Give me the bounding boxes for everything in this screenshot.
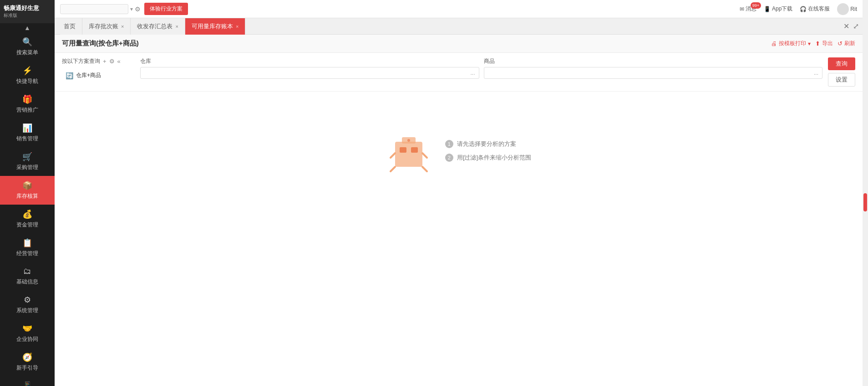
empty-tips: 1 请先选择要分析的方案 2 用[过滤]条件来缩小分析范围 xyxy=(445,140,531,162)
sidebar-item-search[interactable]: 🔍 搜索菜单 xyxy=(0,32,55,61)
brand-version: 标准版 xyxy=(4,12,17,19)
print-label: 按模板打印 xyxy=(779,40,806,47)
filter-actions: 查询 设置 xyxy=(828,57,855,87)
brand-name: 畅康通好生意 xyxy=(4,5,39,12)
tab-receivable-summary[interactable]: 收发存汇总表× xyxy=(131,18,185,35)
sidebar-label-basic: 基础信息 xyxy=(16,278,38,286)
app-download-label: App下载 xyxy=(772,5,792,13)
scheme-warehouse-product[interactable]: 🔄 仓库+商品 xyxy=(62,69,135,82)
tab-close-receivable-summary[interactable]: × xyxy=(175,24,178,29)
empty-state: 1 请先选择要分析的方案 2 用[过滤]条件来缩小分析范围 xyxy=(55,92,863,210)
sidebar-icon-enterprise: 🤝 xyxy=(22,324,32,334)
online-service-label: 在线客服 xyxy=(808,5,830,13)
refresh-action[interactable]: ↺ 刷新 xyxy=(838,40,855,47)
user-area[interactable]: Rit xyxy=(837,3,857,15)
industry-btn[interactable]: 体验行业方案 xyxy=(144,3,188,15)
empty-illustration xyxy=(386,128,431,174)
sidebar-label-search: 搜索菜单 xyxy=(16,49,38,57)
tab-batch-account[interactable]: 库存批次账× xyxy=(82,18,131,35)
sidebar-icon-finance: 💰 xyxy=(22,209,32,219)
tab-close-available-ledger[interactable]: × xyxy=(236,24,239,29)
svg-line-4 xyxy=(391,153,395,158)
message-icon: ✉ xyxy=(740,6,744,12)
right-scrollbar[interactable] xyxy=(863,0,868,386)
scheme-settings-btn[interactable]: ⚙ xyxy=(109,58,115,65)
app-download-item[interactable]: 📱 App下载 xyxy=(764,5,792,13)
sidebar-item-app-center[interactable]: 📱 应用中心 xyxy=(0,376,55,386)
print-icon: 🖨 xyxy=(771,40,777,47)
sidebar-icon-operations: 📋 xyxy=(22,238,32,248)
warehouse-input[interactable]: ... xyxy=(140,67,479,79)
schemes-label: 按以下方案查询 xyxy=(62,57,100,65)
sidebar-icon-inventory: 📦 xyxy=(22,180,32,190)
query-button[interactable]: 查询 xyxy=(828,57,855,70)
sidebar-item-operations[interactable]: 📋 经营管理 xyxy=(0,233,55,262)
scrollbar-thumb xyxy=(863,193,867,211)
dropdown-icon[interactable]: ▾ xyxy=(130,6,133,12)
tab-home[interactable]: 首页 xyxy=(60,18,82,35)
page-header: 可用量查询(按仓库+商品) 🖨 按模板打印 ▾ ⬆ 导出 ↺ 刷新 xyxy=(55,35,863,53)
tab-label-available-ledger: 可用量库存账本 xyxy=(192,22,233,31)
tip-num-2: 2 xyxy=(445,154,453,162)
product-dots[interactable]: ... xyxy=(814,70,818,76)
avatar xyxy=(837,3,849,15)
svg-rect-1 xyxy=(397,144,420,165)
sidebar-item-basic[interactable]: 🗂 基础信息 xyxy=(0,262,55,290)
product-input[interactable]: ... xyxy=(484,67,823,79)
sidebar-item-inventory[interactable]: 📦 库存核算 xyxy=(0,176,55,205)
topbar-settings-icon[interactable]: ⚙ xyxy=(135,5,141,13)
sidebar-scroll-up[interactable]: ▲ xyxy=(0,23,55,32)
tab-available-ledger[interactable]: 可用量库存账本× xyxy=(185,18,245,35)
tip-text-1: 请先选择要分析的方案 xyxy=(457,140,516,148)
filter-area: 按以下方案查询 + ⚙ « 🔄 仓库+商品 仓库 ... xyxy=(55,53,863,92)
svg-line-8 xyxy=(391,167,395,171)
topbar-right: ✉ 消息 99+ 📱 App下载 🎧 在线客服 Rit xyxy=(740,3,857,15)
tabs-right-controls: ✕ ⤢ xyxy=(843,22,863,31)
online-service-item[interactable]: 🎧 在线客服 xyxy=(800,5,830,13)
print-action[interactable]: 🖨 按模板打印 ▾ xyxy=(771,40,811,47)
empty-tip-1: 1 请先选择要分析的方案 xyxy=(445,140,531,148)
tab-label-receivable-summary: 收发存汇总表 xyxy=(137,22,173,31)
page-content: 可用量查询(按仓库+商品) 🖨 按模板打印 ▾ ⬆ 导出 ↺ 刷新 xyxy=(55,35,863,386)
filter-fields: 仓库 ... 商品 ... xyxy=(140,57,822,79)
sidebar-item-guide[interactable]: 🧭 新手引导 xyxy=(0,348,55,376)
tab-close-btn[interactable]: ✕ xyxy=(843,22,849,31)
sidebar-item-quick-nav[interactable]: ⚡ 快捷导航 xyxy=(0,61,55,90)
collapse-btn[interactable]: « xyxy=(117,58,121,65)
sidebar-item-marketing[interactable]: 🎁 营销推广 xyxy=(0,90,55,118)
empty-state-body: 1 请先选择要分析的方案 2 用[过滤]条件来缩小分析范围 xyxy=(386,128,531,174)
filter-settings-button[interactable]: 设置 xyxy=(828,73,855,87)
scheme-label-warehouse-product: 仓库+商品 xyxy=(76,72,101,79)
tab-label-batch-account: 库存批次账 xyxy=(89,22,118,31)
warehouse-dots[interactable]: ... xyxy=(470,70,475,76)
export-action[interactable]: ⬆ 导出 xyxy=(815,40,833,47)
tab-close-batch-account[interactable]: × xyxy=(121,24,124,29)
topbar: ▾ ⚙ 体验行业方案 ✉ 消息 99+ 📱 App下载 🎧 在线客服 Rit xyxy=(55,0,863,18)
product-field: 商品 ... xyxy=(484,57,823,79)
sidebar-item-system[interactable]: ⚙ 系统管理 xyxy=(0,290,55,319)
sidebar-icon-search: 🔍 xyxy=(22,37,32,47)
sidebar-label-inventory: 库存核算 xyxy=(16,192,38,200)
app-download-icon: 📱 xyxy=(764,6,771,12)
sidebar: 畅康通好生意 标准版 ▲ 🔍 搜索菜单 ⚡ 快捷导航 🎁 营销推广 📊 销售管理… xyxy=(0,0,55,386)
sidebar-icon-sales: 📊 xyxy=(22,123,32,133)
refresh-icon: ↺ xyxy=(838,40,843,47)
search-input[interactable] xyxy=(60,4,128,14)
sidebar-label-enterprise: 企业协同 xyxy=(16,335,38,343)
sidebar-label-operations: 经营管理 xyxy=(16,250,38,257)
sidebar-header: 畅康通好生意 标准版 xyxy=(0,0,55,23)
message-item[interactable]: ✉ 消息 99+ xyxy=(740,5,756,13)
export-label: 导出 xyxy=(822,40,833,47)
tip-num-1: 1 xyxy=(445,140,453,148)
add-scheme-btn[interactable]: + xyxy=(103,58,107,65)
sidebar-item-purchase[interactable]: 🛒 采购管理 xyxy=(0,147,55,176)
sidebar-icon-app-center: 📱 xyxy=(22,381,32,386)
refresh-label: 刷新 xyxy=(844,40,855,47)
tab-maximize-btn[interactable]: ⤢ xyxy=(853,22,859,31)
filter-schemes-panel: 按以下方案查询 + ⚙ « 🔄 仓库+商品 xyxy=(62,57,135,82)
sidebar-item-sales[interactable]: 📊 销售管理 xyxy=(0,118,55,147)
sidebar-label-finance: 资金管理 xyxy=(16,221,38,229)
scheme-icon-warehouse-product: 🔄 xyxy=(66,72,73,79)
sidebar-item-finance[interactable]: 💰 资金管理 xyxy=(0,205,55,233)
sidebar-item-enterprise[interactable]: 🤝 企业协同 xyxy=(0,319,55,348)
